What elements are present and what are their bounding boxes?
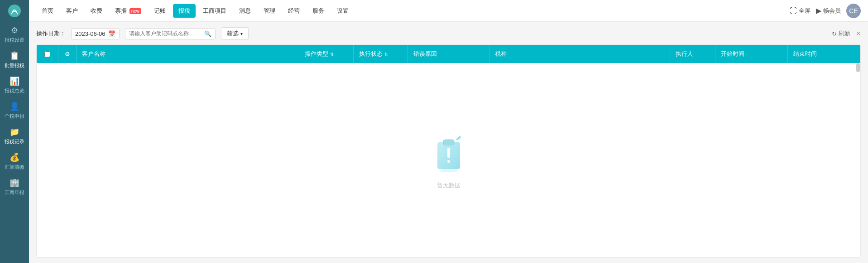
calendar-icon: 📅	[108, 30, 115, 37]
table-container: ⚙ 客户名称 操作类型 ⇅ 执行状态 ⇅ 错误原因 税种	[36, 44, 861, 258]
nav-home[interactable]: 首页	[36, 4, 59, 18]
date-value: 2023-06-06	[75, 30, 106, 37]
close-icon: ×	[856, 29, 861, 38]
nav-jizhang[interactable]: 记账	[149, 4, 171, 18]
empty-state: 暂无数据	[426, 131, 471, 190]
nav-gongshang[interactable]: 工商项目	[197, 4, 232, 18]
sidebar-item-piliang-baoshui[interactable]: 📋 批量报税	[0, 47, 29, 73]
topnav: 首页 客户 收费 票据 new 记账 报税 工商项目 消息	[29, 0, 868, 22]
date-label: 操作日期：	[36, 29, 66, 38]
fullscreen-icon: ⛶	[790, 7, 797, 15]
filter-button[interactable]: 筛选 ▾	[221, 27, 249, 40]
member-icon: ▶	[816, 6, 821, 15]
th-check[interactable]	[37, 45, 58, 63]
svg-point-0	[8, 5, 21, 17]
toolbar: 操作日期： 2023-06-06 📅 🔍 筛选 ▾ ↻ 刷新 ×	[36, 27, 861, 40]
scrollbar-thumb[interactable]	[856, 63, 860, 72]
refresh-icon: ↻	[832, 30, 837, 37]
topnav-items: 首页 客户 收费 票据 new 记账 报税 工商项目 消息	[36, 4, 790, 18]
settings-icon: ⚙	[11, 25, 18, 35]
svg-point-7	[440, 169, 458, 172]
select-all-checkbox[interactable]	[44, 51, 50, 57]
th-endtime: 结束时间	[788, 45, 860, 63]
nav-customer[interactable]: 客户	[61, 4, 83, 18]
empty-illustration	[426, 131, 471, 176]
nav-shoufei[interactable]: 收费	[85, 4, 108, 18]
th-customer-name: 客户名称	[77, 45, 299, 63]
nav-xiaoxi[interactable]: 消息	[234, 4, 256, 18]
sidebar-item-geshuishenbaom-label: 个税申报	[5, 113, 24, 120]
search-icon: 🔍	[204, 30, 211, 37]
th-op-type[interactable]: 操作类型 ⇅	[299, 45, 354, 63]
sidebar-item-huisuan-jiaona[interactable]: 💰 汇算清缴	[0, 149, 29, 174]
sidebar-item-baoshui-jilu[interactable]: 📁 报税记录	[0, 123, 29, 149]
nav-piaoju[interactable]: 票据 new	[110, 4, 147, 18]
sidebar-item-gongshang-nianbao-label: 工商年报	[5, 189, 24, 196]
chevron-down-icon: ▾	[240, 31, 243, 36]
nav-baoshui[interactable]: 报税	[173, 4, 196, 18]
th-error: 错误原因	[408, 45, 489, 63]
close-button[interactable]: ×	[856, 29, 861, 38]
nav-shezhi[interactable]: 设置	[331, 4, 354, 18]
topnav-right: ⛶ 全屏 ▶ 畅会员 CE	[790, 4, 861, 18]
th-taxtype: 税种	[489, 45, 670, 63]
records-icon: 📁	[10, 127, 19, 137]
logo-icon	[8, 4, 21, 18]
status-sort-icon: ⇅	[384, 52, 388, 57]
sidebar-logo	[0, 0, 29, 22]
optype-sort-icon: ⇅	[330, 52, 334, 57]
search-box: 🔍	[125, 28, 216, 39]
main-area: 首页 客户 收费 票据 new 记账 报税 工商项目 消息	[29, 0, 868, 263]
th-starttime: 开始时间	[715, 45, 788, 63]
sidebar-item-gongshang-nianbao[interactable]: 🏢 工商年报	[0, 174, 29, 200]
svg-rect-2	[443, 140, 454, 145]
sidebar-item-baoshui-zonglam[interactable]: 📊 报税总览	[0, 73, 29, 98]
annual-report-icon: 🏢	[10, 178, 19, 188]
svg-rect-3	[447, 148, 450, 158]
nav-jingying[interactable]: 经营	[283, 4, 305, 18]
empty-text: 暂无数据	[437, 181, 460, 190]
nav-fuwu[interactable]: 服务	[307, 4, 330, 18]
piaoju-badge: new	[129, 8, 141, 14]
nav-guanli[interactable]: 管理	[258, 4, 281, 18]
filter-label: 筛选	[227, 29, 239, 38]
table-body: 暂无数据	[37, 63, 860, 257]
refresh-button[interactable]: ↻ 刷新	[832, 29, 850, 38]
personal-tax-icon: 👤	[10, 102, 19, 112]
th-executor: 执行人	[670, 45, 715, 63]
sidebar-item-huisuan-jiaona-label: 汇算清缴	[5, 164, 24, 170]
sidebar-item-piliang-baoshui-label: 批量报税	[5, 62, 24, 69]
sidebar-item-baoshui-shezhi-label: 报税设置	[5, 37, 24, 44]
toolbar-right: ↻ 刷新 ×	[832, 29, 861, 38]
sidebar-item-geshuishenbaom[interactable]: 👤 个税申报	[0, 98, 29, 123]
th-status[interactable]: 执行状态 ⇅	[354, 45, 408, 63]
sidebar-item-baoshui-jilu-label: 报税记录	[5, 138, 24, 145]
search-input[interactable]	[129, 30, 202, 37]
sidebar-item-baoshui-zonglam-label: 报税总览	[5, 88, 24, 94]
gear-icon: ⚙	[65, 51, 70, 58]
content-area: 操作日期： 2023-06-06 📅 🔍 筛选 ▾ ↻ 刷新 ×	[29, 22, 868, 263]
settlement-icon: 💰	[10, 152, 19, 162]
avatar[interactable]: CE	[846, 4, 861, 18]
fullscreen-button[interactable]: ⛶ 全屏	[790, 7, 810, 15]
svg-point-4	[447, 160, 450, 163]
table-header: ⚙ 客户名称 操作类型 ⇅ 执行状态 ⇅ 错误原因 税种	[37, 45, 860, 63]
member-button[interactable]: ▶ 畅会员	[816, 6, 841, 15]
date-input[interactable]: 2023-06-06 📅	[71, 28, 120, 39]
sidebar-item-baoshui-shezhi[interactable]: ⚙ 报税设置	[0, 22, 29, 47]
overview-icon: 📊	[10, 76, 19, 86]
sidebar: ⚙ 报税设置 📋 批量报税 📊 报税总览 👤 个税申报 📁 报税记录 💰 汇算清…	[0, 0, 29, 263]
batch-tax-icon: 📋	[10, 51, 19, 61]
th-gear[interactable]: ⚙	[58, 45, 77, 63]
